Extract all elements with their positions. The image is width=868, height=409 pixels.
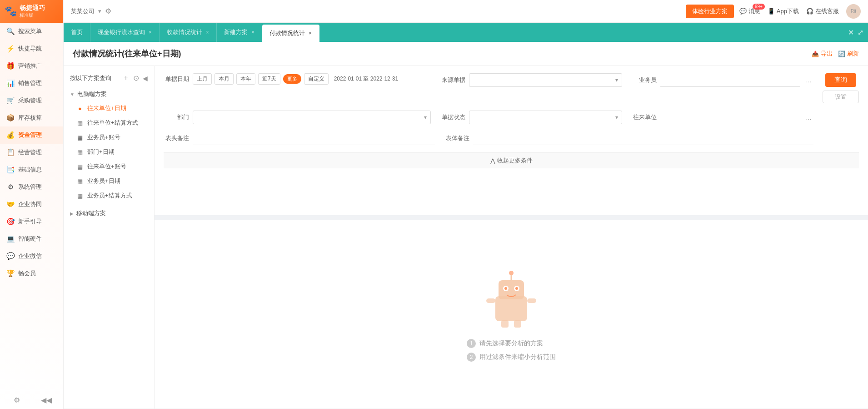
sales-icon: 📊 — [6, 79, 15, 87]
sidebar-item-purchase[interactable]: 🛒 采购管理 — [0, 92, 63, 109]
date-options: 上月 本月 本年 近7天 更多 自定义 2022-01-01 至 2022-12… — [193, 73, 401, 85]
tab-payments[interactable]: 付款情况统计 × — [262, 25, 319, 42]
salesperson-dots-icon[interactable]: … — [804, 77, 813, 84]
tab-cashflow[interactable]: 现金银行流水查询 × — [90, 23, 160, 42]
date-opt-custom[interactable]: 自定义 — [304, 73, 329, 85]
counterpart-dots-icon[interactable]: … — [804, 114, 813, 121]
sidebar-item-sales[interactable]: 📊 销售管理 — [0, 75, 63, 92]
export-btn[interactable]: 📤 导出 — [812, 50, 833, 58]
purchase-icon: 🛒 — [6, 96, 15, 105]
tab-new-scheme-close-icon[interactable]: × — [251, 29, 254, 35]
date-label: 单据日期 — [164, 75, 189, 83]
collapse-more-btn[interactable]: ⋀ 收起更多条件 — [164, 152, 859, 168]
sidebar-item-label: 快捷导航 — [18, 45, 42, 53]
scheme-group-mobile-arrow-icon: ▶ — [70, 211, 74, 216]
scheme-item-icon: ▤ — [76, 163, 84, 170]
dropdown-arrow-icon[interactable]: ▾ — [98, 8, 101, 15]
date-opt-this-year[interactable]: 本年 — [236, 73, 255, 85]
filter-row-3: 表头备注 表体备注 — [164, 131, 859, 145]
tab-new-scheme[interactable]: 新建方案 × — [217, 23, 262, 42]
sidebar-item-capital[interactable]: 💰 资金管理 — [0, 126, 63, 144]
app-download-btn[interactable]: 📱 App下载 — [768, 7, 799, 15]
main-area: 某某公司 ▾ ⚙ 体验行业方案 💬 消息 99+ 📱 App下载 🎧 在线客服 … — [64, 0, 868, 409]
guide-icon: 🎯 — [6, 217, 15, 226]
tab-cashflow-close-icon[interactable]: × — [149, 29, 152, 35]
scheme-item-counterpart-account[interactable]: ▤ 往来单位+账号 — [64, 159, 154, 174]
online-service-btn[interactable]: 🎧 在线客服 — [806, 7, 839, 15]
scheme-item-salesperson-account[interactable]: ▦ 业务员+账号 — [64, 130, 154, 145]
voucher-status-label: 单据状态 — [440, 113, 465, 121]
scheme-item-icon: ▦ — [76, 119, 84, 126]
scheme-item-label: 部门+日期 — [87, 148, 115, 156]
filter-settings-btn[interactable]: 设置 — [823, 91, 859, 103]
sidebar-item-operations[interactable]: 📋 经营管理 — [0, 144, 63, 161]
tab-receipts[interactable]: 收款情况统计 × — [160, 23, 217, 42]
body-note-input[interactable] — [473, 131, 813, 145]
sidebar-item-label: 库存核算 — [18, 114, 42, 122]
service-label: 在线客服 — [815, 7, 839, 15]
date-opt-last-month[interactable]: 上月 — [193, 73, 212, 85]
sidebar-item-marketing[interactable]: 🎁 营销推广 — [0, 57, 63, 75]
sidebar-item-label: 营销推广 — [18, 62, 42, 70]
sidebar-item-member[interactable]: 🏆 畅会员 — [0, 265, 63, 282]
trial-btn[interactable]: 体验行业方案 — [686, 5, 734, 18]
scheme-collapse-btn[interactable]: ◀ — [143, 75, 148, 82]
scheme-item-counterpart-date[interactable]: ● 往来单位+日期 — [64, 101, 154, 116]
content-wrapper: 按以下方案查询 ＋ ⊙ ◀ ▼ 电脑端方案 ● 往来单位+日期 — [64, 66, 868, 409]
sidebar-item-basic-info[interactable]: 📑 基础信息 — [0, 161, 63, 178]
counterpart-input[interactable] — [660, 111, 800, 124]
tab-payments-close-icon[interactable]: × — [309, 30, 312, 36]
header-note-input[interactable] — [193, 131, 435, 145]
tab-maximize-icon[interactable]: ⤢ — [858, 28, 863, 37]
scheme-item-dept-date[interactable]: ▦ 部门+日期 — [64, 145, 154, 159]
sidebar-collapse-btn[interactable]: ◀◀ — [34, 396, 59, 404]
sidebar-item-guide[interactable]: 🎯 新手引导 — [0, 213, 63, 230]
date-opt-last-7-days[interactable]: 近7天 — [258, 73, 280, 85]
scheme-group-mobile-header[interactable]: ▶ 移动端方案 — [64, 207, 154, 220]
sidebar-item-search-menu[interactable]: 🔍 搜索菜单 — [0, 23, 63, 40]
scheme-settings-btn[interactable]: ⊙ — [133, 74, 139, 82]
filter-dept-item: 部门 ▾ — [164, 111, 431, 124]
scheme-item-label: 往来单位+日期 — [87, 104, 126, 112]
tab-home[interactable]: 首页 — [64, 23, 90, 42]
scheme-item-salesperson-settlement[interactable]: ▦ 业务员+结算方式 — [64, 188, 154, 203]
dept-select[interactable]: ▾ — [193, 111, 431, 124]
empty-hint-1: 1 请先选择要分析的方案 — [467, 339, 556, 348]
sidebar-item-hardware[interactable]: 💻 智能硬件 — [0, 230, 63, 247]
message-btn[interactable]: 💬 消息 99+ — [739, 7, 760, 15]
sidebar-item-label: 资金管理 — [18, 131, 42, 139]
tab-receipts-close-icon[interactable]: × — [206, 29, 209, 35]
scheme-group-pc-header[interactable]: ▼ 电脑端方案 — [64, 87, 154, 101]
scheme-panel-actions: ＋ ⊙ ◀ — [122, 73, 148, 83]
sidebar-item-system[interactable]: ⚙ 系统管理 — [0, 178, 63, 196]
date-opt-more[interactable]: 更多 — [283, 74, 301, 84]
operations-icon: 📋 — [6, 148, 15, 157]
source-select[interactable]: ▾ — [469, 73, 622, 87]
empty-state-area: 1 请先选择要分析的方案 2 用过滤条件来缩小分析范围 — [155, 220, 868, 409]
salesperson-input[interactable] — [660, 73, 800, 87]
scheme-add-btn[interactable]: ＋ — [122, 73, 130, 83]
sidebar-item-quick-nav[interactable]: ⚡ 快捷导航 — [0, 40, 63, 57]
source-select-arrow-icon: ▾ — [615, 77, 618, 83]
query-area: 查询 设置 — [823, 73, 859, 103]
quick-nav-icon: ⚡ — [6, 45, 15, 53]
hint-num-2: 2 — [467, 353, 476, 362]
topbar-settings-icon[interactable]: ⚙ — [105, 7, 111, 15]
tab-close-all-icon[interactable]: ✕ — [848, 28, 854, 37]
query-btn[interactable]: 查询 — [825, 73, 856, 87]
sidebar-item-label: 基础信息 — [18, 166, 42, 174]
sidebar-item-inventory[interactable]: 📦 库存核算 — [0, 109, 63, 126]
app-download-icon: 📱 — [768, 8, 775, 15]
user-avatar[interactable]: Rit — [846, 4, 861, 19]
voucher-status-select[interactable]: ▾ — [469, 111, 622, 124]
scheme-item-counterpart-settlement[interactable]: ▦ 往来单位+结算方式 — [64, 116, 154, 130]
sidebar-item-cooperation[interactable]: 🤝 企业协同 — [0, 196, 63, 213]
refresh-btn[interactable]: 🔄 刷新 — [838, 50, 859, 58]
sidebar-item-label: 搜索菜单 — [18, 27, 42, 35]
scheme-item-salesperson-date[interactable]: ▦ 业务员+日期 — [64, 174, 154, 188]
sidebar-settings-btn[interactable]: ⚙ — [5, 396, 30, 404]
page-title: 付款情况统计(往来单位+日期) — [73, 48, 181, 59]
sidebar-item-wechat[interactable]: 💬 企业微信 — [0, 247, 63, 265]
date-opt-this-month[interactable]: 本月 — [215, 73, 234, 85]
filter-date-item: 单据日期 上月 本月 本年 近7天 更多 自定义 2022-01-01 至 20… — [164, 73, 431, 85]
